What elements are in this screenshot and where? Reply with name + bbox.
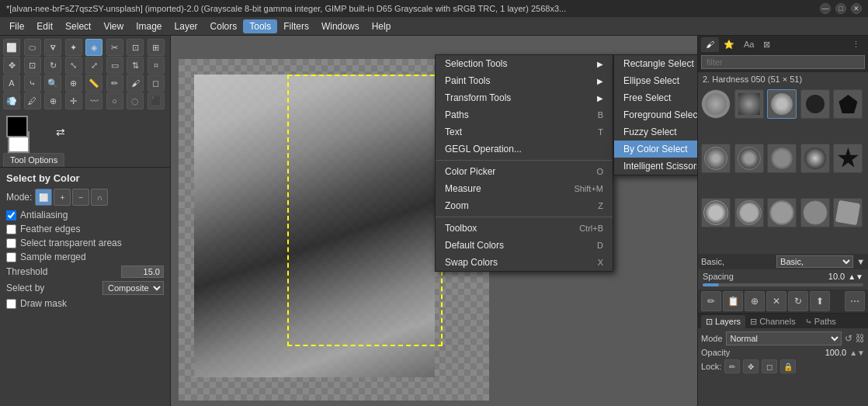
tool-color-picker[interactable]: 🔍 [44,75,61,92]
tool-warp[interactable]: ⌗ [148,57,165,74]
tool-eraser[interactable]: ◻ [148,75,165,92]
select-transparent-checkbox[interactable] [6,238,16,248]
tab-paths-panel[interactable]: ⤷ Paths [800,315,841,328]
tool-free-select[interactable]: ⛛ [44,39,61,56]
menu-windows[interactable]: Windows [315,19,366,33]
tool-blur[interactable]: ◌ [127,92,144,109]
menu-default-colors[interactable]: Default Colors D [436,237,613,254]
tool-flip[interactable]: ⇅ [127,57,144,74]
menu-filters[interactable]: Filters [277,19,315,33]
mode-subtract-btn[interactable]: − [72,189,89,206]
lock-pixels-btn[interactable]: ✏ [724,359,740,373]
canvas-area[interactable]: Selection Tools ▶ Paint Tools ▶ Transfor… [171,36,697,406]
brush-item[interactable] [734,89,764,119]
lock-alpha-btn[interactable]: ◻ [762,359,777,373]
tool-smudge[interactable]: 〰 [85,92,102,109]
brush-action-new[interactable]: 📋 [723,291,743,311]
layer-mode-reset[interactable]: ↺ [845,333,852,344]
menu-foreground-select[interactable]: Foreground Select [614,106,697,123]
brush-item[interactable] [767,144,797,173]
tool-perspective[interactable]: ▭ [106,57,123,74]
brush-item[interactable] [734,198,764,227]
menu-file[interactable]: File [3,19,30,33]
menu-color-picker[interactable]: Color Picker O [436,163,613,180]
brush-item[interactable] [734,144,764,173]
mode-add-btn[interactable]: + [54,189,71,206]
menu-transform-tools[interactable]: Transform Tools ▶ [436,89,613,106]
menu-gegl-operation[interactable]: GEGL Operation... [436,141,613,158]
menu-colors[interactable]: Colors [204,19,244,33]
tool-airbrush[interactable]: 💨 [3,92,20,109]
brush-action-refresh[interactable]: ↻ [788,291,808,311]
sample-merged-checkbox[interactable] [6,252,16,262]
brush-item[interactable] [800,89,830,119]
menu-help[interactable]: Help [366,19,398,33]
tool-crop[interactable]: ⊡ [24,57,41,74]
brush-item[interactable] [833,144,863,173]
swap-colors-icon[interactable]: ⇄ [56,126,65,138]
select-by-dropdown[interactable]: Composite Red Green Blue [102,281,164,295]
brush-item[interactable] [800,198,830,227]
maximize-button[interactable]: □ [835,3,846,14]
menu-fuzzy-select[interactable]: Fuzzy Select U [614,123,697,141]
feather-edges-checkbox[interactable] [6,224,16,234]
tab-patterns[interactable]: ⭐ [719,37,739,52]
brush-item[interactable] [767,198,797,227]
brush-action-edit[interactable]: ✏ [701,291,721,311]
tool-scale[interactable]: ⤡ [65,57,82,74]
menu-by-color-select[interactable]: By Color Select Shift+O [614,141,697,158]
menu-free-select[interactable]: Free Select F [614,89,697,106]
layer-mode-chain[interactable]: ⛓ [856,333,865,344]
menu-zoom[interactable]: Zoom Z [436,197,613,214]
brush-action-delete[interactable]: ✕ [766,291,786,311]
tool-rotate[interactable]: ↻ [44,57,61,74]
tool-fuzzy-select[interactable]: ✦ [65,39,82,56]
menu-text[interactable]: Text T [436,123,613,141]
menu-tools[interactable]: Tools [243,19,277,33]
foreground-color-swatch[interactable] [6,116,28,137]
tab-channels[interactable]: ⊟ Channels [745,315,800,328]
menu-ellipse-select[interactable]: Ellipse Select E [614,72,697,89]
tool-heal[interactable]: ✛ [65,92,82,109]
threshold-input[interactable] [121,265,164,278]
menu-measure[interactable]: Measure Shift+M [436,180,613,197]
tool-paintbrush[interactable]: 🖌 [127,75,144,92]
menu-selection-tools[interactable]: Selection Tools ▶ [436,55,613,72]
tab-tool-options[interactable]: Tool Options [3,153,64,167]
layer-mode-select[interactable]: Normal [726,331,842,345]
menu-paths[interactable]: Paths B [436,106,613,123]
tool-scissors[interactable]: ✂ [106,39,123,56]
preset-select[interactable]: Basic, [776,255,853,268]
tool-align[interactable]: ⊞ [148,39,165,56]
menu-swap-colors[interactable]: Swap Colors X [436,254,613,271]
antialiasing-checkbox[interactable] [6,210,16,220]
menu-intelligent-scissors[interactable]: Intelligent Scissors [614,158,697,175]
brushes-panel-menu[interactable]: ⋮ [847,37,865,52]
menu-edit[interactable]: Edit [30,19,59,33]
brush-item[interactable] [701,89,731,119]
menu-view[interactable]: View [97,19,130,33]
brush-item[interactable] [800,144,830,173]
tool-zoom[interactable]: ⊕ [65,75,82,92]
tool-text[interactable]: A [3,75,20,92]
menu-select[interactable]: Select [59,19,97,33]
tool-rect-select[interactable]: ⬜ [3,39,20,56]
tool-pencil[interactable]: ✏ [106,75,123,92]
menu-toolbox[interactable]: Toolbox Ctrl+B [436,220,613,237]
lock-position-btn[interactable]: ✥ [743,359,759,373]
layer-opacity-stepper[interactable]: ▲▼ [849,349,865,357]
draw-mask-checkbox[interactable] [6,299,16,309]
tool-move[interactable]: ✥ [3,57,20,74]
brush-action-more[interactable]: ⋯ [845,291,865,311]
tool-clone[interactable]: ⊕ [44,92,61,109]
brushes-filter-input[interactable] [701,55,865,69]
tool-fg-select[interactable]: ⊡ [127,39,144,56]
tool-shear[interactable]: ⤢ [85,57,102,74]
tool-dodge[interactable]: ○ [106,92,123,109]
tab-fonts[interactable]: Aa [739,37,759,52]
menu-image[interactable]: Image [130,19,168,33]
tab-dynamics[interactable]: ⊠ [759,37,775,52]
brush-item[interactable] [701,144,731,173]
tool-measure[interactable]: 📏 [85,75,102,92]
tool-ellipse-select[interactable]: ⬭ [24,39,41,56]
